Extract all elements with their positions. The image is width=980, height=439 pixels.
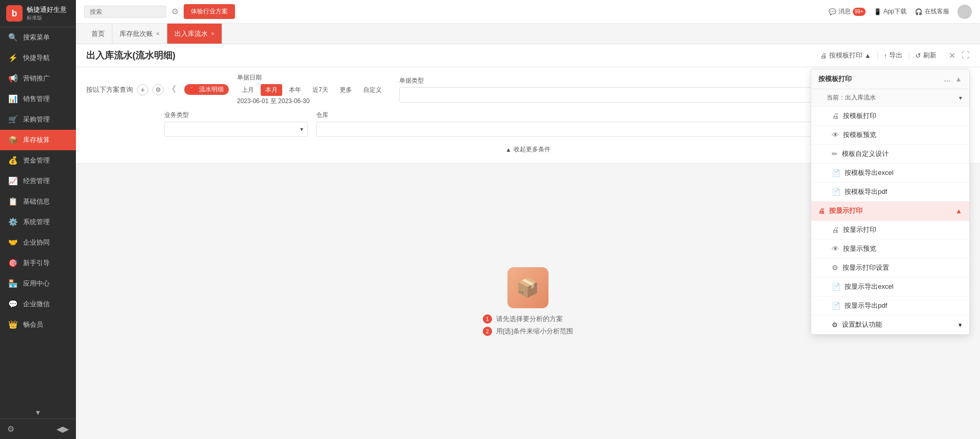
sidebar-item-sales[interactable]: 📊销售管理 [0,89,76,109]
dropdown-display-item-display-preview[interactable]: 👁按显示预览 [811,240,969,258]
message-button[interactable]: 💬 消息 99+ [829,7,866,16]
dropdown-more-icon[interactable]: … [944,75,951,83]
chevron-down-icon2: ▾ [300,126,303,133]
dropdown-display-items: 🖨按显示打印👁按显示预览⚙按显示打印设置📄按显示导出excel📄按显示导出pdf [811,221,969,315]
tab-inout-flow[interactable]: 出入库流水× [167,24,222,44]
display-item-icon-display-print-settings: ⚙ [832,264,838,272]
date-field: 单据日期 上月本月本年近7天更多自定义 2023-06-01 至 2023-06… [237,73,391,106]
maximize-icon[interactable]: ⛶ [962,51,970,60]
settings-icon[interactable]: ⚙ [7,424,14,434]
display-item-label-display-print: 按显示打印 [843,225,876,234]
tab-close-inout-flow[interactable]: × [211,30,214,37]
display-item-label-display-export-pdf: 按显示导出pdf [845,301,887,310]
display-item-label-display-preview: 按显示预览 [843,244,876,253]
collapse-sidebar-icon[interactable]: ◀▶ [56,424,69,434]
dropdown-header-icons: … ▲ [944,75,962,83]
export-icon: ↑ [884,52,888,59]
sidebar-icon-newbie: 🎯 [8,258,18,268]
tab-batch-account[interactable]: 库存批次账× [112,24,167,44]
sidebar-item-search[interactable]: 🔍搜索菜单 [0,27,76,48]
topbar-gear-icon[interactable]: ⚙ [171,7,179,16]
close-window-icon[interactable]: ✕ [949,51,955,61]
date-option-custom[interactable]: 自定义 [359,84,386,96]
sidebar-item-finance[interactable]: 💰资金管理 [0,150,76,171]
business-type-select[interactable]: ▾ [164,122,308,137]
filter-tag[interactable]: 🔴 流水明细 [184,84,229,95]
sidebar-item-wechat[interactable]: 💬企业微信 [0,294,76,314]
sidebar-item-appcenter[interactable]: 🏪应用中心 [0,273,76,294]
dropdown-item-template-export-pdf[interactable]: 📄按模板导出pdf [811,183,969,202]
filter-add-button[interactable]: + [137,84,148,95]
date-option-this-year[interactable]: 本年 [284,84,306,96]
printer-icon: 🖨 [820,52,827,59]
print-dropdown-panel: 按模板打印 … ▲ 当前：出入库流水 ▾ 🖨按模板打印👁按模板预览✏模板自定义设… [811,69,970,335]
display-item-icon-display-export-pdf: 📄 [832,302,840,310]
sidebar-item-quick-nav[interactable]: ⚡快捷导航 [0,48,76,68]
bill-type-select[interactable]: ▾ [399,87,875,103]
dropdown-item-template-export-excel[interactable]: 📄按模板导出excel [811,164,969,183]
sidebar-icon-search: 🔍 [8,33,18,42]
sidebar-item-newbie[interactable]: 🎯新手引导 [0,253,76,273]
business-type-field: 业务类型 ▾ [164,111,308,137]
main-area: ⚙ 体验行业方案 💬 消息 99+ 📱 App下载 🎧 在线客服 首页库存批次账… [76,0,980,439]
sidebar-label-inventory: 库存核算 [23,135,50,145]
sidebar-icon-member: 👑 [8,320,18,329]
filter-gear-button[interactable]: ⚙ [152,84,164,95]
dropdown-default-func[interactable]: ⚙ 设置默认功能 ▾ [811,315,969,334]
page-header: 出入库流水(流水明细) 🖨 按模板打印 ▲ ↑ 导出 ↺ 刷新 ✕ [76,44,980,67]
filter-label-row: 按以下方案查询 + ⚙ 《 [86,84,176,95]
solution-button[interactable]: 体验行业方案 [184,4,235,19]
print-button[interactable]: 🖨 按模板打印 ▲ [820,51,871,60]
sidebar-icon-sales: 📊 [8,94,18,104]
tab-bar: 首页库存批次账×出入库流水× [76,24,980,44]
sidebar-item-system[interactable]: ⚙️系统管理 [0,212,76,232]
app-download-link[interactable]: 📱 App下载 [874,7,907,16]
search-box[interactable] [84,6,166,18]
tab-home[interactable]: 首页 [84,24,112,44]
sidebar-scroll-down[interactable]: ▼ [0,407,76,418]
sidebar-label-operations: 经营管理 [23,176,50,186]
online-service-link[interactable]: 🎧 在线客服 [915,7,949,16]
page-header-actions: 🖨 按模板打印 ▲ ↑ 导出 ↺ 刷新 ✕ ⛶ [820,51,970,61]
sidebar-item-enterprise[interactable]: 🤝企业协同 [0,232,76,253]
dropdown-chevron-up-icon[interactable]: ▲ [955,75,962,83]
sidebar-label-marketing: 营销推广 [23,74,50,83]
sidebar-label-search: 搜索菜单 [23,33,50,42]
export-button[interactable]: ↑ 导出 [884,51,903,60]
dropdown-item-template-print[interactable]: 🖨按模板打印 [811,107,969,126]
app-logo-icon: b [6,5,23,22]
dropdown-display-item-display-export-pdf[interactable]: 📄按显示导出pdf [811,296,969,315]
sidebar-item-operations[interactable]: 📈经营管理 [0,171,76,191]
dropdown-item-template-custom[interactable]: ✏模板自定义设计 [811,145,969,164]
sidebar-icon-finance: 💰 [8,156,18,165]
sidebar-item-member[interactable]: 👑畅会员 [0,314,76,335]
empty-illustration: 📦 [507,267,548,308]
filter-collapse-icon[interactable]: 《 [168,84,176,95]
date-option-last-7days[interactable]: 近7天 [308,84,333,96]
print-section-icon: 🖨 [818,207,825,215]
dropdown-item-template-preview[interactable]: 👁按模板预览 [811,126,969,145]
dropdown-display-section[interactable]: 🖨 按显示打印 ▲ [811,202,969,221]
sidebar-icon-quick-nav: ⚡ [8,53,18,63]
search-input[interactable] [90,8,151,15]
sidebar-label-appcenter: 应用中心 [23,279,50,288]
divider [877,51,878,59]
item-label-template-preview: 按模板预览 [843,130,876,139]
sidebar-item-inventory[interactable]: 📦库存核算 [0,130,76,150]
default-func-icon: ⚙ [832,321,838,329]
dropdown-display-item-display-export-excel[interactable]: 📄按显示导出excel [811,277,969,296]
phone-icon: 📱 [874,8,881,15]
dropdown-display-item-display-print-settings[interactable]: ⚙按显示打印设置 [811,258,969,277]
sidebar-item-basic[interactable]: 📋基础信息 [0,191,76,212]
chevron-up-icon2: ▲ [505,146,512,153]
dropdown-sub-chevron[interactable]: ▾ [959,94,962,102]
sidebar-item-marketing[interactable]: 📢营销推广 [0,68,76,89]
date-option-last-month[interactable]: 上月 [237,84,259,96]
date-option-more[interactable]: 更多 [335,84,357,96]
sidebar-item-purchase[interactable]: 🛒采购管理 [0,109,76,130]
date-option-this-month[interactable]: 本月 [261,84,282,96]
dropdown-display-item-display-print[interactable]: 🖨按显示打印 [811,221,969,240]
tab-close-batch-account[interactable]: × [156,30,160,37]
user-avatar[interactable] [957,5,972,19]
refresh-button[interactable]: ↺ 刷新 [915,51,936,60]
